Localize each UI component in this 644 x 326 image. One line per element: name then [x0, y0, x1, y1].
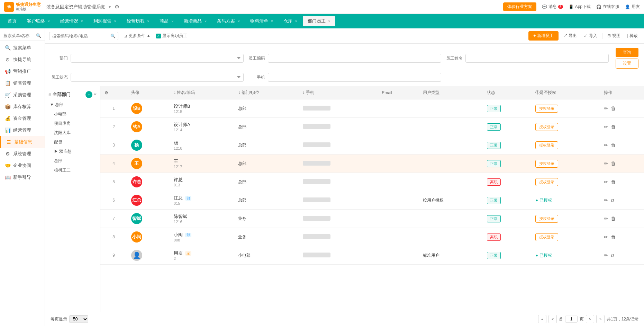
last-page-btn[interactable]: » — [596, 315, 605, 323]
toolbar: 🔍 ⊿更多条件 ▲ ✓ 显示离职员工 + 新增员工 ↗ 导出 ↙ 导入 ⊞ 视图… — [45, 28, 644, 44]
emp-name-input[interactable] — [465, 54, 609, 63]
sidebar-item-operations[interactable]: 📊经营管理 — [0, 124, 45, 136]
auth-btn[interactable]: 授权登录 — [535, 123, 558, 131]
edit-icon[interactable]: ✏ — [604, 216, 608, 221]
sidebar-search-input[interactable] — [3, 33, 36, 38]
add-employee-btn[interactable]: + 新增员工 — [528, 31, 558, 41]
tab-operations[interactable]: 经营情况 × — [55, 16, 88, 26]
row-auth: ●已授权 — [531, 191, 600, 210]
emp-code-input[interactable] — [268, 54, 441, 63]
app-download-btn[interactable]: 📱App下载 — [569, 4, 591, 10]
table-row: 6 江总 江总 部015 总部 按用户授权 正常 ●已授权 ✏⧉ — [100, 191, 644, 210]
dept-node-zbu[interactable]: 总部 — [47, 156, 98, 166]
copy-icon[interactable]: ⧉ — [611, 197, 614, 203]
col-dept[interactable]: ↕ 部门/职位 — [234, 86, 298, 99]
sidebar-item-collab[interactable]: 🤝企业协同 — [0, 160, 45, 171]
dept-node-zswer[interactable]: 植树王二 — [47, 166, 98, 175]
view-btn[interactable]: ⊞ 视图 — [605, 32, 622, 40]
dept-add-icon[interactable]: + — [85, 91, 92, 98]
tab-profit[interactable]: 利润报告 × — [89, 16, 121, 26]
delete-icon[interactable]: 🗑 — [611, 216, 616, 221]
edit-icon[interactable]: ✏ — [604, 179, 608, 185]
row-email — [378, 246, 419, 265]
query-btn[interactable]: 查询 — [616, 48, 638, 57]
tab-add-goods[interactable]: 新增商品 × — [179, 16, 211, 26]
sidebar-item-marketing[interactable]: 📢营销推广 — [0, 65, 45, 77]
tab-employees[interactable]: 部门员工 × — [303, 16, 335, 26]
edit-icon[interactable]: ✏ — [604, 161, 608, 166]
user-avatar[interactable]: 👤用友 — [625, 4, 640, 10]
trial-button[interactable]: 体验行业方案 — [503, 2, 536, 11]
tab-warehouse[interactable]: 仓库 × — [279, 16, 302, 26]
row-dept: 小电部 — [234, 246, 298, 265]
row-avatar: 智斌 — [127, 210, 170, 228]
dept-node-sydp[interactable]: 沈阳大库 — [47, 128, 98, 138]
dept-node-ph[interactable]: 配货 — [47, 138, 98, 147]
tab-home[interactable]: 首页 — [3, 16, 21, 26]
col-phone[interactable]: ↕ 手机 — [299, 86, 378, 99]
auth-btn[interactable]: 授权登录 — [535, 160, 558, 168]
sidebar-item-sales[interactable]: 📋销售管理 — [0, 77, 45, 89]
page-number-input[interactable] — [565, 316, 578, 323]
page-size-select[interactable]: 50 100 200 — [69, 315, 88, 323]
edit-icon[interactable]: ✏ — [604, 142, 608, 148]
dropdown-icon[interactable]: ▼ — [108, 5, 112, 9]
auth-btn[interactable]: 授权登录 — [535, 141, 558, 149]
emp-status-select[interactable] — [71, 73, 244, 82]
dept-node-xdb[interactable]: 小电部 — [47, 109, 98, 119]
dept-node-zb[interactable]: ▼ 总部 — [47, 100, 98, 109]
tab-barcode[interactable]: 条码方案 × — [212, 16, 245, 26]
delete-icon[interactable]: 🗑 — [611, 161, 616, 166]
search-input[interactable] — [49, 32, 118, 40]
tab-bom[interactable]: 物料清单 × — [245, 16, 278, 26]
row-dept: 总部 — [234, 155, 298, 173]
delete-icon[interactable]: 🗑 — [611, 106, 616, 111]
tab-customer[interactable]: 客户联络 × — [22, 16, 55, 26]
first-page-btn[interactable]: « — [538, 315, 546, 323]
settings-icon[interactable]: ⚙ — [115, 3, 119, 10]
set-btn[interactable]: 设置 — [616, 59, 638, 69]
delete-icon[interactable]: 🗑 — [611, 124, 616, 130]
more-filter-btn[interactable]: ⊿更多条件 ▲ — [121, 32, 153, 40]
auth-btn[interactable]: 授权登录 — [535, 233, 558, 241]
dept-filter-select[interactable] — [71, 54, 244, 63]
col-name[interactable]: ↕ 姓名/编码 — [170, 86, 234, 99]
auth-btn[interactable]: 授权登录 — [535, 105, 558, 113]
edit-icon[interactable]: ✏ — [604, 106, 608, 111]
copy-icon[interactable]: ⧉ — [611, 253, 614, 258]
online-service-btn[interactable]: 🎧在线客服 — [596, 4, 619, 10]
dept-collapse-icon[interactable]: « — [94, 91, 97, 98]
row-dept: 业务 — [234, 228, 298, 246]
phone-input[interactable] — [268, 73, 441, 82]
more-options-btn[interactable]: | 释放 — [625, 32, 640, 40]
edit-icon[interactable]: ✏ — [604, 253, 608, 258]
sidebar-item-system[interactable]: ⚙系统管理 — [0, 148, 45, 160]
sidebar-item-basic[interactable]: ☰基础信息 — [0, 136, 45, 148]
dept-filter-label: 部门 — [51, 55, 68, 61]
col-settings[interactable]: ⚙ — [100, 86, 127, 99]
dept-node-xmkf[interactable]: 项目库房 — [47, 119, 98, 128]
sidebar-item-finance[interactable]: 💰资金管理 — [0, 113, 45, 124]
edit-icon[interactable]: ✏ — [604, 234, 608, 240]
delete-icon[interactable]: 🗑 — [611, 142, 616, 148]
tab-history[interactable]: 经营历程 × — [122, 16, 154, 26]
export-btn[interactable]: ↗ 导出 — [561, 32, 579, 40]
auth-btn[interactable]: 授权登录 — [535, 178, 558, 186]
delete-icon[interactable]: 🗑 — [611, 234, 616, 240]
message-btn[interactable]: 💬消息5 — [542, 4, 563, 10]
next-page-btn[interactable]: > — [586, 315, 594, 323]
edit-icon[interactable]: ✏ — [604, 197, 608, 203]
sidebar-item-purchase[interactable]: 🛒采购管理 — [0, 89, 45, 101]
sidebar-item-inventory[interactable]: 📦库存核算 — [0, 101, 45, 113]
prev-page-btn[interactable]: < — [548, 315, 557, 323]
delete-icon[interactable]: 🗑 — [611, 179, 616, 185]
tab-goods[interactable]: 商品 × — [155, 16, 178, 26]
sidebar-item-guide[interactable]: 📖新手引导 — [0, 171, 45, 183]
edit-icon[interactable]: ✏ — [604, 124, 608, 130]
import-btn[interactable]: ↙ 导入 — [582, 32, 599, 40]
dept-node-smx[interactable]: ▶ 双庙想 — [47, 147, 98, 156]
auth-btn[interactable]: 授权登录 — [535, 215, 558, 223]
show-resigned-toggle[interactable]: ✓ 显示离职员工 — [156, 33, 187, 39]
sidebar-item-nav[interactable]: ⊙快捷导航 — [0, 54, 45, 65]
sidebar-item-search[interactable]: 🔍搜索菜单 — [0, 42, 45, 54]
